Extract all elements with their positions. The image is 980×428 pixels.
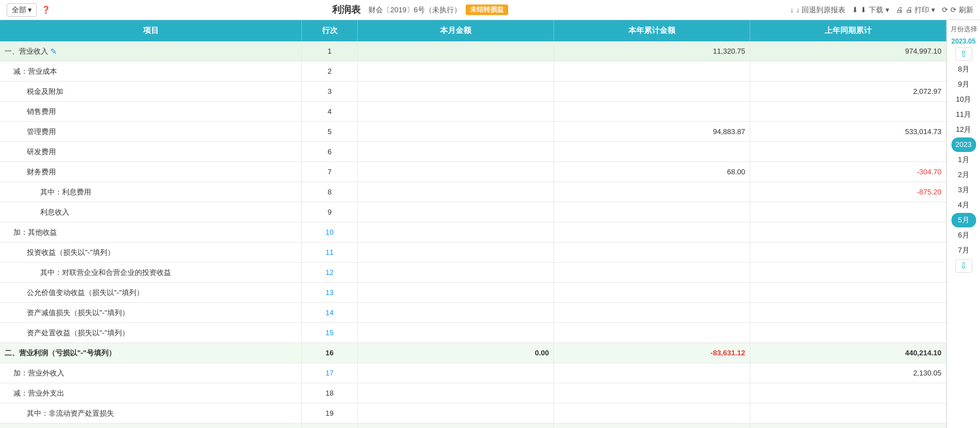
table-header: 项目 行次 本月金额 本年累计金额 上年同期累计	[0, 20, 946, 41]
table-row: 资产减值损失（损失以"-"填列）14	[0, 303, 946, 323]
sidebar-month-item[interactable]: 2023	[951, 137, 976, 152]
current-month-value	[358, 283, 554, 302]
sidebar-month-item[interactable]: 9月	[951, 77, 976, 92]
sidebar-month-item[interactable]: 5月	[951, 213, 976, 227]
sidebar-month-item[interactable]: 6月	[951, 228, 976, 242]
row-number: 19	[302, 403, 358, 423]
prior-ytd-value: 974,997.10	[750, 41, 946, 61]
table-row: 减：营业成本2	[0, 61, 946, 82]
download-button[interactable]: ⬇ ⬇ 下载 ▾	[852, 5, 889, 15]
download-arrow-icon: ▾	[886, 6, 889, 14]
col-header-current-month: 本月金额	[358, 20, 554, 41]
ytd-value: 11,320.75	[554, 41, 750, 61]
current-month-value	[358, 41, 554, 61]
row-number: 6	[302, 142, 358, 161]
prior-ytd-value	[750, 283, 946, 302]
row-label: 利息收入	[0, 202, 302, 222]
table-row: 三、利润总额（亏损总额以"-"号填列）200.00-83,631.12442,3…	[0, 424, 946, 428]
sidebar-up-button[interactable]: ⇧	[955, 47, 972, 61]
ytd-value	[554, 202, 750, 222]
prior-ytd-value: 442,344.15	[750, 424, 946, 428]
current-month-value: 0.00	[358, 424, 554, 428]
ytd-value	[554, 363, 750, 383]
status-badge: 未结转损益	[466, 4, 508, 15]
table-row: 加：其他收益10	[0, 222, 946, 242]
sidebar-month-item[interactable]: 7月	[951, 243, 976, 258]
table-row: 其中：利息费用8-875.20	[0, 182, 946, 202]
row-label: 管理费用	[0, 122, 302, 141]
row-label: 其中：非流动资产处置损失	[0, 403, 302, 423]
prior-ytd-value	[750, 323, 946, 343]
row-number: 7	[302, 162, 358, 182]
table-area: 项目 行次 本月金额 本年累计金额 上年同期累计 一、营业收入✎111,320.…	[0, 20, 946, 428]
refresh-button[interactable]: ⟳ ⟳ 刷新	[942, 5, 973, 15]
report-subtitle: 财会〔2019〕6号（未执行）	[368, 5, 461, 15]
row-number: 5	[302, 122, 358, 141]
main-container: 项目 行次 本月金额 本年累计金额 上年同期累计 一、营业收入✎111,320.…	[0, 20, 980, 428]
scope-dropdown[interactable]: 全部 ▾	[7, 3, 37, 17]
row-number: 4	[302, 102, 358, 121]
ytd-value	[554, 102, 750, 121]
current-month-value	[358, 102, 554, 121]
col-header-prior-ytd: 上年同期累计	[750, 20, 946, 41]
table-row: 研发费用6	[0, 142, 946, 162]
sidebar-down-button[interactable]: ⇩	[955, 259, 972, 273]
row-number: 16	[302, 343, 358, 363]
row-label: 一、营业收入✎	[0, 41, 302, 61]
current-month-value	[358, 182, 554, 202]
row-label: 其中：对联营企业和合营企业的投资收益	[0, 263, 302, 282]
row-number[interactable]: 12	[302, 263, 358, 282]
row-label: 销售费用	[0, 102, 302, 121]
help-icon[interactable]: ❓	[41, 6, 50, 14]
top-bar-left: 全部 ▾ ❓	[7, 3, 50, 17]
prior-ytd-value	[750, 102, 946, 121]
sidebar-month-item[interactable]: 10月	[951, 92, 976, 107]
sidebar-month-item[interactable]: 11月	[951, 107, 976, 122]
table-row: 资产处置收益（损失以"-"填列）15	[0, 323, 946, 343]
ytd-value	[554, 303, 750, 322]
sidebar-month-item[interactable]: 3月	[951, 183, 976, 197]
table-row: 加：营业外收入172,130.05	[0, 363, 946, 383]
sidebar-month-item[interactable]: 2月	[951, 168, 976, 182]
ytd-value: -83,631.12	[554, 424, 750, 428]
right-sidebar: 月份选择 2023.05 ⇧ 8月9月10月11月12月20231月2月3月4月…	[946, 20, 980, 428]
row-number[interactable]: 17	[302, 363, 358, 383]
row-label: 三、利润总额（亏损总额以"-"号填列）	[0, 424, 302, 428]
prior-ytd-value: 533,014.73	[750, 122, 946, 141]
sidebar-month-item[interactable]: 12月	[951, 122, 976, 137]
print-button[interactable]: 🖨 🖨 打印 ▾	[896, 5, 936, 15]
prior-ytd-value	[750, 222, 946, 242]
current-month-value	[358, 403, 554, 423]
prior-ytd-value	[750, 61, 946, 81]
ytd-value	[554, 142, 750, 161]
row-label: 投资收益（损失以"-"填列）	[0, 242, 302, 262]
row-number: 9	[302, 202, 358, 222]
row-label: 减：营业外支出	[0, 383, 302, 403]
row-number[interactable]: 14	[302, 303, 358, 322]
row-label: 加：其他收益	[0, 222, 302, 242]
row-label: 减：营业成本	[0, 61, 302, 81]
current-month-value	[358, 383, 554, 403]
row-label: 资产处置收益（损失以"-"填列）	[0, 323, 302, 343]
row-number[interactable]: 10	[302, 222, 358, 242]
current-month-value	[358, 303, 554, 322]
row-number[interactable]: 15	[302, 323, 358, 343]
edit-icon[interactable]: ✎	[50, 47, 57, 56]
download-icon: ⬇	[852, 6, 858, 14]
scope-label: 全部	[12, 5, 26, 15]
sidebar-month-item[interactable]: 1月	[951, 153, 976, 167]
current-month-value	[358, 222, 554, 242]
back-button[interactable]: ↓ ↓ 回退到原报表	[790, 5, 846, 15]
table-row: 减：营业外支出18	[0, 383, 946, 403]
table-row: 利息收入9	[0, 202, 946, 222]
table-row: 投资收益（损失以"-"填列）11	[0, 242, 946, 263]
row-number[interactable]: 11	[302, 242, 358, 262]
row-label: 其中：利息费用	[0, 182, 302, 202]
row-number: 20	[302, 424, 358, 428]
dropdown-arrow-icon: ▾	[28, 6, 32, 14]
sidebar-month-item[interactable]: 4月	[951, 198, 976, 212]
current-month-value	[358, 242, 554, 262]
prior-ytd-value	[750, 263, 946, 282]
sidebar-month-item[interactable]: 8月	[951, 62, 976, 77]
row-number[interactable]: 13	[302, 283, 358, 302]
